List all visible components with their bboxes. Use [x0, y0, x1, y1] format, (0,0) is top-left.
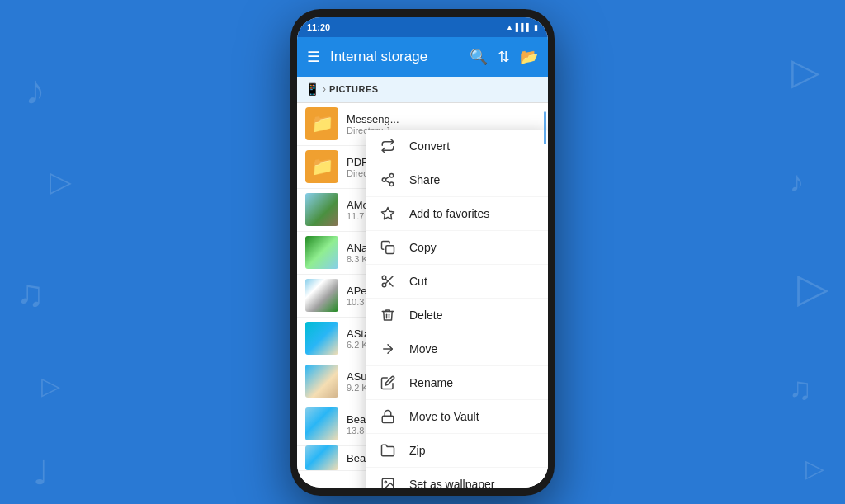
status-bar: 11:20 ▲ ▌▌▌ ▮ [297, 17, 548, 37]
device-icon: 📱 [305, 82, 319, 96]
favorites-icon [380, 205, 396, 222]
folder-icon: 📁 [305, 150, 338, 183]
menu-item-move[interactable]: Move [366, 332, 548, 366]
image-thumbnail [305, 365, 338, 398]
menu-item-rename[interactable]: Rename [366, 366, 548, 400]
app-bar: ☰ Internal storage 🔍 ⇅ 📂 [297, 37, 548, 77]
svg-point-14 [385, 481, 386, 483]
folder-icon: 📁 [305, 107, 338, 140]
breadcrumb-path: PICTURES [329, 84, 379, 94]
menu-item-share[interactable]: Share [366, 163, 548, 197]
vault-icon [380, 408, 396, 425]
share-icon [380, 172, 396, 188]
svg-line-3 [385, 181, 389, 183]
cut-label: Cut [409, 275, 427, 288]
copy-icon [380, 239, 396, 256]
svg-line-11 [385, 279, 388, 281]
file-list: 📁 Messeng... Directory J... 📁 PDF Extr..… [297, 103, 548, 488]
menu-item-zip[interactable]: Zip [366, 434, 548, 468]
menu-item-set-wallpaper[interactable]: Set as wallpaper [366, 468, 548, 488]
hamburger-menu-icon[interactable]: ☰ [307, 48, 320, 66]
menu-item-cut[interactable]: Cut [366, 265, 548, 299]
delete-label: Delete [409, 309, 442, 322]
move-icon [380, 341, 396, 357]
search-icon[interactable]: 🔍 [470, 48, 488, 66]
sort-icon[interactable]: ⇅ [498, 48, 510, 66]
cut-icon [380, 273, 396, 290]
phone-screen: 11:20 ▲ ▌▌▌ ▮ ☰ Internal storage 🔍 ⇅ 📂 📱… [297, 17, 548, 488]
image-thumbnail [305, 193, 338, 226]
image-thumbnail [305, 236, 338, 269]
wallpaper-icon [380, 476, 396, 488]
breadcrumb-arrow: › [323, 83, 326, 95]
delete-icon [380, 307, 396, 323]
move-vault-label: Move to Vault [409, 410, 479, 423]
svg-rect-6 [386, 245, 394, 253]
rename-label: Rename [409, 376, 453, 389]
menu-item-convert[interactable]: Convert [366, 130, 548, 163]
svg-line-10 [389, 282, 393, 285]
zip-icon [380, 442, 396, 459]
menu-item-copy[interactable]: Copy [366, 231, 548, 265]
context-menu: Convert Share [366, 130, 548, 488]
menu-item-move-vault[interactable]: Move to Vault [366, 400, 548, 434]
menu-item-delete[interactable]: Delete [366, 299, 548, 332]
app-bar-title: Internal storage [330, 49, 460, 65]
folder-add-icon[interactable]: 📂 [520, 48, 538, 66]
menu-item-add-favorites[interactable]: Add to favorites [366, 197, 548, 231]
set-wallpaper-label: Set as wallpaper [409, 478, 495, 488]
image-thumbnail [305, 445, 338, 470]
convert-label: Convert [409, 139, 450, 153]
zip-label: Zip [409, 444, 425, 457]
add-favorites-label: Add to favorites [409, 207, 489, 220]
status-icons: ▲ ▌▌▌ ▮ [506, 23, 538, 31]
battery-icon: ▮ [534, 23, 538, 31]
image-thumbnail [305, 407, 338, 440]
signal-icon: ▌▌▌ [516, 23, 531, 31]
phone-shell: 11:20 ▲ ▌▌▌ ▮ ☰ Internal storage 🔍 ⇅ 📂 📱… [290, 9, 555, 496]
image-thumbnail [305, 279, 338, 312]
svg-marker-5 [382, 207, 394, 219]
wifi-icon: ▲ [506, 23, 513, 31]
image-thumbnail [305, 322, 338, 355]
move-label: Move [409, 342, 437, 356]
copy-label: Copy [409, 241, 437, 254]
status-time: 11:20 [307, 22, 330, 32]
svg-rect-12 [382, 416, 394, 422]
file-name: Messeng... [347, 113, 540, 125]
breadcrumb: 📱 › PICTURES [297, 77, 548, 103]
convert-icon [380, 138, 396, 154]
svg-line-4 [385, 176, 389, 178]
rename-icon [380, 374, 396, 391]
share-label: Share [409, 173, 440, 186]
